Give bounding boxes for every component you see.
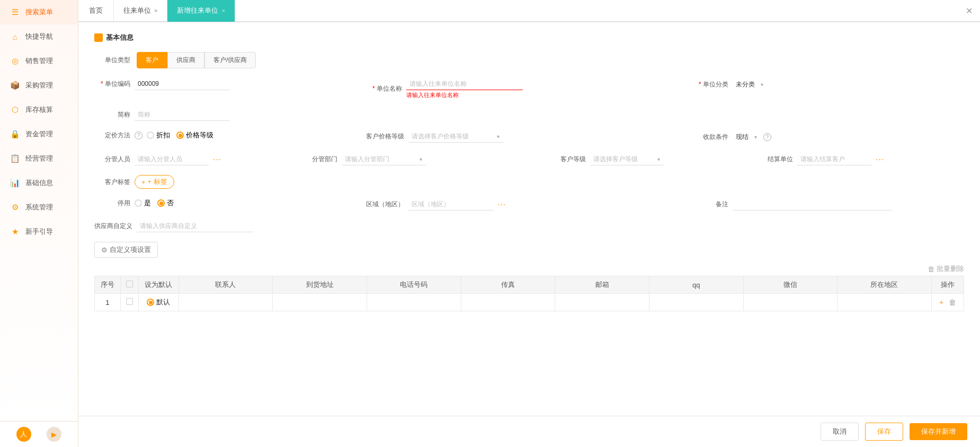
sidebar-item-guide[interactable]: ★ 新手引导 <box>0 220 78 244</box>
pricing-radio-group: 折扣 价格等级 <box>147 130 213 140</box>
td-address[interactable] <box>273 294 367 311</box>
pricing-field: 定价方法 ? 折扣 价格等级 <box>94 130 366 140</box>
sidebar-item-basicinfo[interactable]: 📊 基础信息 <box>0 171 78 195</box>
radio-label-yes: 是 <box>144 198 151 208</box>
quick-nav-icon: ⌂ <box>10 31 20 42</box>
sidebar-item-inventory[interactable]: ⬡ 库存核算 <box>0 98 78 122</box>
th-checkbox[interactable] <box>120 276 138 294</box>
radio-dot-discount <box>147 132 154 139</box>
sidebar-item-finance[interactable]: 🔒 资金管理 <box>0 122 78 146</box>
address-input[interactable] <box>278 299 361 306</box>
sidebar-item-operations[interactable]: 📋 经营管理 <box>0 146 78 171</box>
inventory-icon: ⬡ <box>10 104 20 115</box>
save-new-button[interactable]: 保存并新增 <box>910 423 967 440</box>
table-toolbar: 🗑 批量删除 <box>94 264 964 274</box>
email-input[interactable] <box>560 299 644 306</box>
section-title: 基本信息 <box>94 33 964 42</box>
dept-label: 分管部门 <box>301 155 337 164</box>
disabled-radio-no[interactable]: 否 <box>157 198 174 208</box>
type-btn-both[interactable]: 客户/供应商 <box>204 52 256 68</box>
cancel-button[interactable]: 取消 <box>821 423 859 441</box>
payment-help-icon[interactable]: ? <box>763 133 771 141</box>
tab-home[interactable]: 首页 <box>78 0 114 22</box>
tab-close-icon[interactable]: × <box>221 7 225 14</box>
dept-input[interactable] <box>342 153 426 165</box>
fax-input[interactable] <box>467 299 550 306</box>
category-field: 单位分类 未分类 ▾ <box>692 78 964 91</box>
tag-plus-icon: + <box>141 178 146 186</box>
del-row-btn[interactable]: 🗑 <box>947 298 958 306</box>
sidebar-bottom: 人 ▶ <box>0 421 78 447</box>
td-weixin[interactable] <box>743 294 838 311</box>
name-input-wrap: 请输入往来单位名称 <box>406 78 523 99</box>
add-row-btn[interactable]: + <box>938 298 945 306</box>
tab-close-icon[interactable]: × <box>154 7 157 14</box>
type-btn-supplier[interactable]: 供应商 <box>167 52 204 68</box>
sidebar-item-purchase[interactable]: 📦 采购管理 <box>0 73 78 98</box>
settlement-input[interactable] <box>797 153 871 165</box>
pricing-help-icon[interactable]: ? <box>135 132 142 139</box>
customer-level-input[interactable] <box>590 153 664 165</box>
customer-price-input[interactable] <box>408 130 504 143</box>
sidebar-item-sales[interactable]: ◎ 销售管理 <box>0 49 78 73</box>
settlement-more-btn[interactable]: ··· <box>876 155 884 164</box>
weixin-input[interactable] <box>749 299 832 306</box>
td-contact[interactable] <box>179 294 273 311</box>
sidebar-expand-icon[interactable]: ▶ <box>47 427 61 442</box>
type-btn-customer[interactable]: 客户 <box>137 52 167 68</box>
radio-dot-yes <box>135 199 142 207</box>
payment-value: 现结 <box>733 130 759 144</box>
batch-delete-btn[interactable]: 🗑 批量删除 <box>928 264 964 274</box>
name-input[interactable] <box>406 78 523 90</box>
disabled-radio-yes[interactable]: 是 <box>135 198 151 208</box>
customer-price-select-wrap[interactable]: ▾ <box>408 130 504 143</box>
region-row-input[interactable] <box>843 299 926 306</box>
manager-more-btn[interactable]: ··· <box>213 155 221 164</box>
default-radio[interactable]: 默认 <box>144 297 173 307</box>
code-input[interactable] <box>135 78 230 90</box>
customer-price-label: 客户价格等级 <box>366 132 404 141</box>
supplier-custom-input[interactable] <box>137 220 253 232</box>
td-checkbox[interactable] <box>120 294 138 311</box>
region-label: 区域（地区） <box>366 200 404 209</box>
row-checkbox[interactable] <box>126 298 133 305</box>
gear-icon: ⚙ <box>101 246 108 254</box>
tab-partner-list[interactable]: 往来单位 × <box>114 0 167 22</box>
payment-label: 收款条件 <box>692 133 728 142</box>
pricing-radio-discount[interactable]: 折扣 <box>147 130 170 140</box>
add-tag-btn[interactable]: + + 标签 <box>135 175 174 189</box>
pricing-radio-level[interactable]: 价格等级 <box>176 130 213 140</box>
save-button[interactable]: 保存 <box>865 423 903 441</box>
td-region[interactable] <box>838 294 932 311</box>
manager-input[interactable] <box>135 153 209 165</box>
sidebar-item-quicknav[interactable]: ⌂ 快捷导航 <box>0 24 78 49</box>
select-all-checkbox[interactable] <box>126 281 133 287</box>
sidebar-item-system[interactable]: ⚙ 系统管理 <box>0 195 78 220</box>
td-actions: + 🗑 <box>931 294 964 311</box>
td-fax[interactable] <box>461 294 555 311</box>
phone-input[interactable] <box>372 299 456 306</box>
region-more-btn[interactable]: ··· <box>497 200 506 209</box>
pricing-label: 定价方法 <box>94 131 130 140</box>
sidebar-item-label: 资金管理 <box>25 129 53 139</box>
td-email[interactable] <box>555 294 649 311</box>
section-title-text: 基本信息 <box>106 33 133 42</box>
tab-label: 首页 <box>89 6 103 15</box>
custom-settings-btn[interactable]: ⚙ 自定义项设置 <box>94 242 158 258</box>
td-qq[interactable] <box>649 294 743 311</box>
remark-field: 备注 <box>692 198 964 211</box>
qq-input[interactable] <box>655 299 738 306</box>
td-phone[interactable] <box>367 294 461 311</box>
custom-settings-row: ⚙ 自定义项设置 <box>94 242 964 258</box>
settlement-field: 结算单位 ··· <box>757 153 964 165</box>
tab-label: 新增往来单位 <box>177 6 218 15</box>
remark-input[interactable] <box>733 198 892 211</box>
sidebar-item-search[interactable]: ☰ 搜索菜单 <box>0 0 78 24</box>
shortname-input[interactable] <box>135 109 230 121</box>
contact-input[interactable] <box>184 299 268 306</box>
region-input[interactable] <box>408 198 493 211</box>
tab-new-partner[interactable]: 新增往来单位 × <box>167 0 235 22</box>
payment-select-wrap: 现结 ▾ <box>733 130 759 144</box>
window-close-button[interactable]: ✕ <box>966 6 973 16</box>
sidebar-user-avatar[interactable]: 人 <box>16 427 31 442</box>
